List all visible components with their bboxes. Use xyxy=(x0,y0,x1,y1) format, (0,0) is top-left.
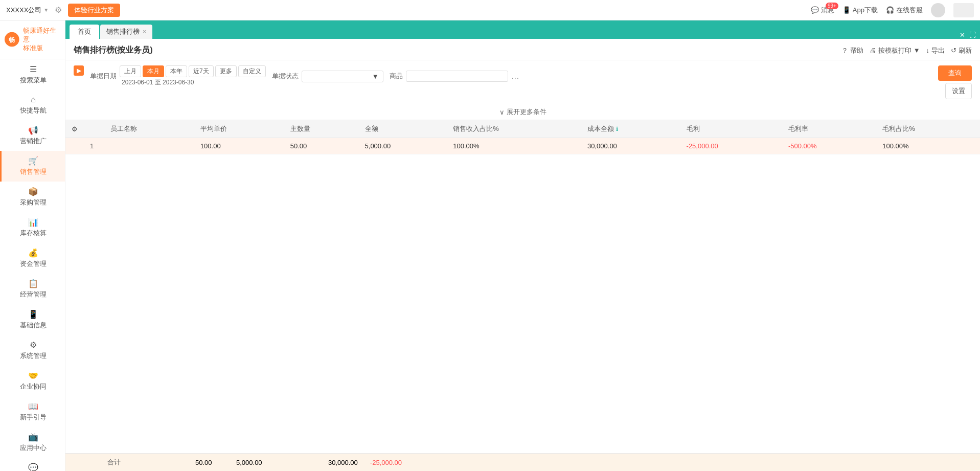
row-name-0 xyxy=(104,138,194,154)
date-btn-this-month[interactable]: 本月 xyxy=(143,65,164,77)
sidebar-item-7[interactable]: 📋 经营管理 xyxy=(0,274,65,304)
expand-more-label: 展开更多条件 xyxy=(507,107,546,117)
row-amount-0: 5,000.00 xyxy=(359,138,447,154)
date-filter: 单据日期 上月 本月 本年 近7天 更多 自定义 20 xyxy=(90,65,266,87)
sidebar-label-6: 资金管理 xyxy=(20,259,47,268)
date-btn-more[interactable]: 更多 xyxy=(215,65,237,77)
row-rank-0: 1 xyxy=(84,138,104,154)
date-btn-custom[interactable]: 自定义 xyxy=(238,65,266,77)
print-label: 按模板打印 xyxy=(878,46,911,55)
col-avg-price: 平均单价 xyxy=(194,120,284,138)
page-content: 销售排行榜(按业务员) ？ 帮助 🖨 按模板打印 ▼ ↓ 导出 xyxy=(65,39,980,471)
table-header-row: ⚙ 员工名称 平均单价 主数量 全额 销售收入占比% 成本全额 ℹ 毛利 毛利率… xyxy=(65,120,980,138)
sidebar-icon-0: ☰ xyxy=(30,64,37,74)
top-bar: XXXXX公司 ▼ ⚙ 体验行业方案 💬 消息 99+ 📱 App下载 🎧 在线… xyxy=(0,0,980,20)
goods-filter-label: 商品 xyxy=(390,72,403,81)
tab-close-all-icon[interactable]: ✕ xyxy=(960,31,965,39)
print-button[interactable]: 🖨 按模板打印 ▼ xyxy=(870,46,920,55)
status-select[interactable]: ▼ xyxy=(302,71,383,82)
chat-icon: 💬 xyxy=(811,6,819,14)
app-label: App下载 xyxy=(853,6,878,15)
sidebar-item-9[interactable]: ⚙ 系统管理 xyxy=(0,335,65,366)
help-icon: ？ xyxy=(841,46,848,55)
sidebar-item-3[interactable]: 🛒 销售管理 xyxy=(0,151,65,182)
filter-section: ▶ 单据日期 上月 本月 本年 近7天 xyxy=(65,60,980,120)
settings-icon[interactable]: ⚙ xyxy=(55,5,62,15)
company-arrow-icon: ▼ xyxy=(43,7,49,13)
sidebar-icon-10: 🤝 xyxy=(28,371,38,380)
row-settings-0 xyxy=(65,138,84,154)
help-button[interactable]: ？ 帮助 xyxy=(841,46,863,55)
logo-icon: 畅 xyxy=(4,31,20,48)
sidebar-label-4: 采购管理 xyxy=(20,198,47,207)
refresh-icon: ↺ xyxy=(951,47,956,54)
table-wrapper[interactable]: ⚙ 员工名称 平均单价 主数量 全额 销售收入占比% 成本全额 ℹ 毛利 毛利率… xyxy=(65,120,980,453)
sidebar-item-0[interactable]: ☰ 搜索菜单 xyxy=(0,59,65,90)
print-icon: 🖨 xyxy=(870,47,876,54)
sidebar-item-5[interactable]: 📊 库存核算 xyxy=(0,212,65,243)
sales-table: ⚙ 员工名称 平均单价 主数量 全额 销售收入占比% 成本全额 ℹ 毛利 毛利率… xyxy=(65,120,980,154)
row-gross-rate-0: -500.00% xyxy=(782,138,876,154)
footer-qty: 50.00 xyxy=(189,459,230,466)
filter-collapse-btn[interactable]: ▶ xyxy=(74,65,84,76)
col-amount: 全额 xyxy=(359,120,447,138)
filter-buttons: 查询 设置 xyxy=(934,65,972,99)
sidebar-label-7: 经营管理 xyxy=(20,290,47,299)
print-dropdown-icon: ▼ xyxy=(914,47,920,54)
refresh-button[interactable]: ↺ 刷新 xyxy=(951,46,972,55)
app-download-button[interactable]: 📱 App下载 xyxy=(842,6,878,15)
sidebar-icon-2: 📢 xyxy=(28,125,38,135)
message-badge: 99+ xyxy=(826,3,838,9)
tab-sales-ranking[interactable]: 销售排行榜 × xyxy=(100,25,152,39)
page-title: 销售排行榜(按业务员) xyxy=(74,45,153,56)
sidebar-item-8[interactable]: 📱 基础信息 xyxy=(0,304,65,335)
table-settings-button[interactable]: 设置 xyxy=(945,83,972,99)
sidebar-label-12: 应用中心 xyxy=(20,443,47,453)
query-button[interactable]: 查询 xyxy=(938,65,972,81)
status-select-arrow: ▼ xyxy=(372,73,379,80)
phone-icon: 📱 xyxy=(842,6,851,14)
expand-more-btn[interactable]: ∨ 展开更多条件 xyxy=(499,107,546,117)
date-btn-7days[interactable]: 近7天 xyxy=(189,65,214,77)
sidebar-icon-5: 📊 xyxy=(28,217,38,227)
user-name-area xyxy=(953,3,974,17)
goods-input[interactable] xyxy=(406,71,508,82)
col-gross-rate: 毛利率 xyxy=(782,120,876,138)
sidebar-item-6[interactable]: 💰 资金管理 xyxy=(0,243,65,274)
sidebar-item-13[interactable]: 💬 企业微信 xyxy=(0,458,65,471)
sidebar-icon-7: 📋 xyxy=(28,279,38,288)
date-btn-this-year[interactable]: 本年 xyxy=(166,65,187,77)
sidebar-item-12[interactable]: 📺 应用中心 xyxy=(0,427,65,458)
sidebar-label-8: 基础信息 xyxy=(20,321,47,330)
message-button[interactable]: 💬 消息 99+ xyxy=(811,6,834,15)
avatar[interactable] xyxy=(931,3,945,17)
sidebar-icon-9: ⚙ xyxy=(30,340,37,350)
goods-more-btn[interactable]: … xyxy=(509,72,521,81)
tab-expand-icon[interactable]: ⛶ xyxy=(969,31,976,39)
sidebar-item-2[interactable]: 📢 营销推广 xyxy=(0,120,65,151)
trial-button[interactable]: 体验行业方案 xyxy=(68,4,120,17)
service-label: 在线客服 xyxy=(896,6,923,15)
company-name: XXXXX公司 xyxy=(6,6,41,15)
tab-home[interactable]: 首页 xyxy=(70,25,99,39)
company-selector[interactable]: XXXXX公司 ▼ xyxy=(6,6,49,15)
online-service-button[interactable]: 🎧 在线客服 xyxy=(886,6,923,15)
sidebar-item-4[interactable]: 📦 采购管理 xyxy=(0,182,65,212)
sidebar-item-10[interactable]: 🤝 企业协同 xyxy=(0,366,65,396)
date-btn-last-month[interactable]: 上月 xyxy=(120,65,141,77)
goods-filter: 商品 … xyxy=(390,71,521,82)
sidebar-icon-13: 💬 xyxy=(28,463,38,471)
sidebar-icon-12: 📺 xyxy=(28,432,38,442)
col-gross-ratio: 毛利占比% xyxy=(876,120,980,138)
tab-home-label: 首页 xyxy=(78,27,91,36)
tab-close-icon[interactable]: × xyxy=(143,28,146,35)
export-label: 导出 xyxy=(931,46,945,55)
status-filter: 单据状态 ▼ xyxy=(272,71,383,82)
sidebar-label-9: 系统管理 xyxy=(20,351,47,361)
tab-active-label: 销售排行榜 xyxy=(106,27,140,36)
export-button[interactable]: ↓ 导出 xyxy=(926,46,945,55)
col-employee-name: 员工名称 xyxy=(104,120,194,138)
sidebar-item-1[interactable]: ⌂ 快捷导航 xyxy=(0,90,65,120)
col-settings: ⚙ xyxy=(65,120,84,138)
sidebar-item-11[interactable]: 📖 新手引导 xyxy=(0,396,65,427)
